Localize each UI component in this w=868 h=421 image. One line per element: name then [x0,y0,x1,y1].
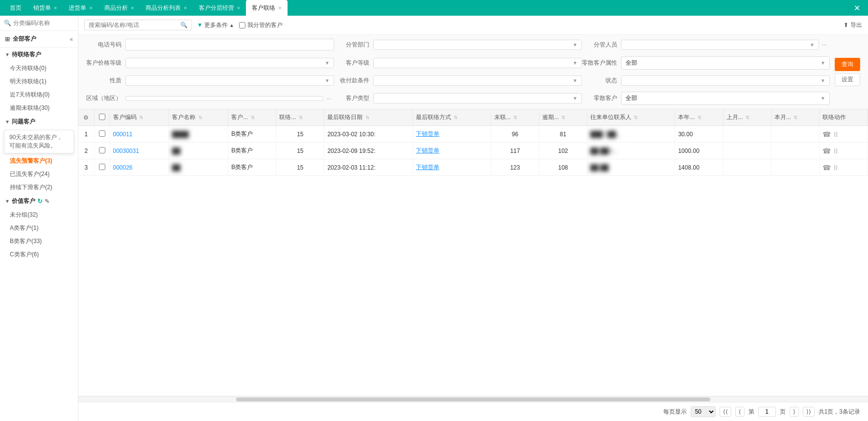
row-last-method[interactable]: 下销货单 [412,143,491,159]
filter-cust-grade-select[interactable]: ▼ [373,58,582,68]
sort-icon-uncontacted[interactable]: ⇅ [513,115,517,120]
settings-icon[interactable]: ⚙ [83,114,89,121]
tab-analysis-close[interactable]: × [131,5,134,11]
sidebar-item-class-c[interactable]: C类客户(6) [0,248,78,261]
sidebar-search-box[interactable]: 🔍 [0,16,78,31]
next-page-btn[interactable]: ⟩ [790,407,799,417]
window-close-icon[interactable]: ✕ [850,3,864,13]
th-checkbox[interactable] [94,109,110,126]
sidebar-item-ungrouped[interactable]: 未分组(32) [0,208,78,222]
tab-customer-contact-close[interactable]: × [278,5,281,11]
filter-search-input[interactable] [89,22,180,28]
tab-analysis[interactable]: 商品分析 × [98,0,140,16]
row-code[interactable]: 00030031 [110,143,169,159]
sort-icon-this-month[interactable]: ⇅ [794,115,797,120]
filter-area-select[interactable] [125,96,323,101]
page-input[interactable] [758,407,776,417]
action-more-icon[interactable]: ⁞⁞ [834,147,838,155]
sort-icon-contact[interactable]: ⇅ [299,115,303,120]
row-code[interactable]: 000011 [110,126,169,143]
refresh-icon[interactable]: ↻ [37,198,43,205]
row-code[interactable]: 000026 [110,159,169,176]
sidebar-item-class-a-label: A类客户(1) [10,224,39,232]
filter-status-select[interactable]: ▼ [621,75,830,86]
filter-more-conditions-btn[interactable]: ▼ 更多条件 ▲ [197,21,234,29]
sidebar-item-churn-warning[interactable]: 流失预警客户(3) [0,154,78,168]
sidebar-all-customers[interactable]: ⊞ 全部客户 « [0,31,78,48]
first-page-btn[interactable]: ⟨⟨ [720,407,731,417]
filter-zero-cust-select[interactable]: 全部 ▼ [621,92,830,105]
select-all-checkbox[interactable] [99,114,105,120]
sort-icon-method[interactable]: ⇅ [454,115,458,120]
row-actions[interactable]: ☎ ⁞⁞ [819,126,868,143]
filter-person-select[interactable]: ▼ [621,40,819,50]
tab-customer-contact[interactable]: 客户联络 × [246,0,287,16]
last-page-btn[interactable]: ⟩⟩ [803,407,815,417]
sidebar-item-churned[interactable]: 已流失客户(24) [0,168,78,181]
per-page-select[interactable]: 50 20 100 [691,406,716,417]
edit-icon[interactable]: ✎ [45,198,49,205]
action-more-icon[interactable]: ⁞⁞ [834,164,838,172]
sidebar-item-class-b[interactable]: B类客户(33) [0,235,78,248]
tab-sales[interactable]: 销货单 × [27,0,63,16]
filter-my-customers[interactable]: 我分管的客户 [239,21,283,29]
filter-price-grade-select[interactable]: ▼ [125,58,334,68]
filter-search-box[interactable]: 🔍 [84,20,192,30]
my-customers-checkbox[interactable] [239,22,245,28]
filter-nature-select[interactable]: ▼ [125,75,334,86]
row-last-month [723,126,771,143]
tab-purchase[interactable]: 进货单 × [63,0,98,16]
row-checkbox[interactable] [94,126,110,143]
sidebar-group-value[interactable]: ▼ 价值客户 ↻ ✎ [0,194,78,208]
query-button[interactable]: 查询 [835,58,860,71]
prev-page-btn[interactable]: ⟨ [735,407,745,417]
sort-icon-overdue[interactable]: ⇅ [561,115,565,120]
row-last-method[interactable]: 下销货单 [412,159,491,176]
sidebar-item-overdue[interactable]: 逾期未联络(30) [0,101,78,115]
sort-icon-person[interactable]: ⇅ [634,115,638,120]
sidebar-item-7days[interactable]: 近7天待联络(0) [0,88,78,101]
tab-customer-segment-close[interactable]: × [237,5,240,11]
filter-dept-select[interactable]: ▼ [373,40,582,50]
filter-person-ellipsis[interactable]: ··· [819,41,830,48]
filter-payment-select[interactable]: ▼ [373,75,582,86]
scrollbar-thumb[interactable] [236,397,710,401]
sidebar-group-problem[interactable]: ▼ 问题客户 [0,115,78,129]
tab-purchase-close[interactable]: × [89,5,92,11]
sort-icon-last-month[interactable]: ⇅ [746,115,749,120]
tab-home[interactable]: 首页 [4,0,27,16]
th-settings[interactable]: ⚙ [78,109,94,126]
action-phone-icon[interactable]: ☎ [822,147,831,155]
sort-icon-name[interactable]: ⇅ [198,115,202,120]
sidebar-search-input[interactable] [13,20,74,26]
sort-icon-grade[interactable]: ⇅ [251,115,255,120]
tab-sales-close[interactable]: × [54,5,57,11]
sidebar-item-tomorrow[interactable]: 明天待联络(1) [0,75,78,88]
sort-icon-date[interactable]: ⇅ [365,115,369,120]
settings-button[interactable]: 设置 [835,73,860,86]
horizontal-scrollbar[interactable] [78,396,868,402]
row-checkbox[interactable] [94,159,110,176]
action-phone-icon[interactable]: ☎ [822,164,831,172]
row-actions[interactable]: ☎ ⁞⁞ [819,143,868,159]
sidebar-group-pending[interactable]: ▼ 待联络客户 [0,48,78,62]
row-actions[interactable]: ☎ ⁞⁞ [819,159,868,176]
tab-analysis-list[interactable]: 商品分析列表 × [140,0,193,16]
tab-analysis-list-close[interactable]: × [184,5,187,11]
filter-area-ellipsis[interactable]: ··· [323,95,334,102]
filter-zero-attr-select[interactable]: 全部 ▼ [621,56,830,70]
sidebar-item-today[interactable]: 今天待联络(0) [0,62,78,75]
filter-cust-type-select[interactable]: ▼ [373,93,582,103]
tab-customer-segment[interactable]: 客户分层经营 × [193,0,246,16]
action-phone-icon[interactable]: ☎ [822,130,831,138]
sort-icon-this-year[interactable]: ⇅ [698,115,701,120]
sort-icon-code[interactable]: ⇅ [139,115,143,120]
row-checkbox[interactable] [94,143,110,159]
sidebar-item-class-a[interactable]: A类客户(1) [0,222,78,235]
row-last-method[interactable]: 下销货单 [412,126,491,143]
filter-phone-input[interactable] [125,39,334,50]
filter-search-icon[interactable]: 🔍 [180,22,188,28]
sidebar-item-declining[interactable]: 持续下滑客户(2) [0,181,78,194]
filter-export-btn[interactable]: ⬆ 导出 [844,21,862,29]
action-more-icon[interactable]: ⁞⁞ [834,130,838,138]
